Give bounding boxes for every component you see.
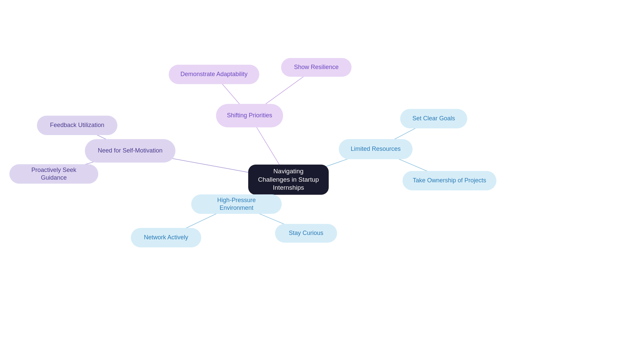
node-need-for-self-motivation[interactable]: Need for Self-Motivation [85,139,175,163]
node-take-ownership-of-projects[interactable]: Take Ownership of Projects [402,171,496,190]
node-limited-resources[interactable]: Limited Resources [339,139,413,159]
node-high-pressure-environment[interactable]: High-Pressure Environment [191,194,282,214]
node-center[interactable]: Navigating Challenges in Startup Interns… [248,165,329,195]
node-show-resilience[interactable]: Show Resilience [281,58,352,77]
node-stay-curious[interactable]: Stay Curious [275,224,337,243]
node-proactively-seek-guidance[interactable]: Proactively Seek Guidance [9,164,98,184]
node-demonstrate-adaptability[interactable]: Demonstrate Adaptability [169,65,259,84]
mind-map: Navigating Challenges in Startup Interns… [0,0,644,363]
node-set-clear-goals[interactable]: Set Clear Goals [400,109,467,128]
node-shifting-priorities[interactable]: Shifting Priorities [216,104,283,127]
node-network-actively[interactable]: Network Actively [131,228,201,247]
node-feedback-utilization[interactable]: Feedback Utilization [37,116,117,135]
